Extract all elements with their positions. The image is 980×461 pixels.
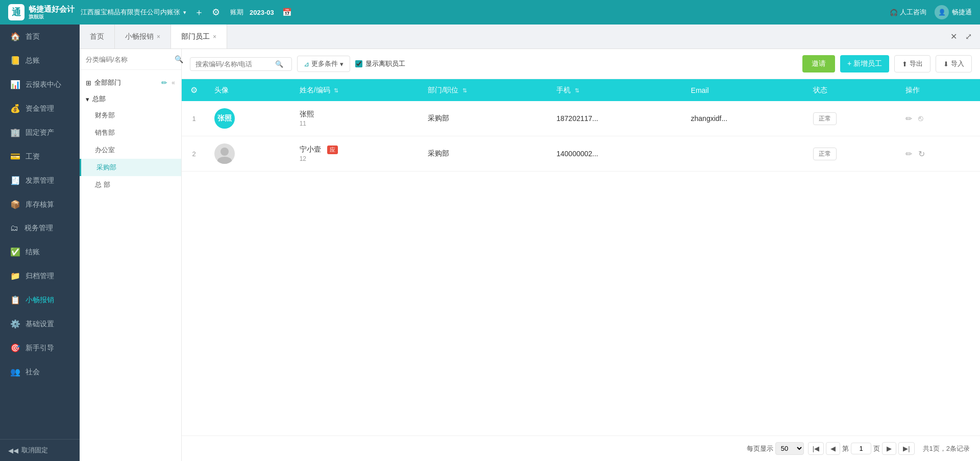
sidebar-scroll: 🏠 首页 📒 总账 📊 云报表中心 💰 资金管理 🏢 固定资产 💳 工资 [0, 25, 80, 439]
dept-tree-header[interactable]: ⊞ 全部部门 ✏ « [80, 74, 181, 91]
status-cell-2: 正常 [805, 136, 897, 172]
close-period-icon: ✅ [10, 247, 20, 257]
export-icon: ⬆ [902, 60, 908, 68]
name-code-cell-1: 张熙 11 [291, 101, 420, 136]
svg-point-0 [220, 148, 229, 156]
period-label: 账期 [230, 8, 243, 17]
filter-label: 更多条件 [311, 59, 338, 68]
more-filters-button[interactable]: ⊿ 更多条件 ▾ [297, 56, 350, 72]
tab-home-label: 首页 [90, 32, 104, 41]
edit-icon-2[interactable]: ✏ [905, 149, 912, 159]
employee-search-input[interactable] [195, 60, 272, 68]
settings-icon[interactable]: ⚙ [212, 7, 220, 18]
sidebar-item-basic-settings[interactable]: ⚙️ 基础设置 [0, 312, 80, 336]
sidebar-label-close: 结账 [26, 248, 40, 257]
tab-employees-label: 部门员工 [181, 32, 210, 41]
show-resigned-checkbox[interactable] [355, 60, 362, 67]
sidebar-item-invoice[interactable]: 🧾 发票管理 [0, 168, 80, 192]
status-badge-2: 正常 [813, 148, 837, 160]
tab-employees-close-icon[interactable]: × [213, 33, 216, 40]
dept-item-purchasing[interactable]: 采购部 [80, 159, 181, 176]
tab-expense-close-icon[interactable]: × [157, 33, 160, 40]
sidebar-item-tax[interactable]: 🗂 税务管理 [0, 216, 80, 240]
edit-icon-1[interactable]: ✏ [905, 114, 912, 124]
avatar-cell-2 [206, 136, 291, 172]
dept-item-finance[interactable]: 财务部 [80, 107, 181, 124]
dept-collapse-icon[interactable]: « [172, 79, 175, 86]
dept-group-headquarters[interactable]: ▾ 总部 [80, 91, 181, 107]
export-button[interactable]: ⬆ 导出 [894, 55, 930, 72]
page-di-label: 第 [842, 444, 849, 453]
sidebar-item-home[interactable]: 🏠 首页 [0, 25, 80, 48]
tab-bar: 首页 小畅报销 × 部门员工 × ✕ ⤢ [80, 25, 980, 49]
dept-item-office[interactable]: 办公室 [80, 141, 181, 159]
sidebar-item-guide[interactable]: 🎯 新手引导 [0, 336, 80, 360]
sidebar-item-reports[interactable]: 📊 云报表中心 [0, 72, 80, 96]
filter-icon: ⊿ [304, 60, 309, 68]
sidebar: 🏠 首页 📒 总账 📊 云报表中心 💰 资金管理 🏢 固定资产 💳 工资 [0, 25, 80, 461]
sidebar-label-guide: 新手引导 [26, 344, 54, 353]
right-panel: 🔍 ⊿ 更多条件 ▾ 显示离职员工 邀请 [182, 49, 980, 461]
employee-table: ⚙ 头像 姓名/编码 ⇅ 部门/职位 ⇅ 手机 ⇅ Email 状态 操作 [182, 79, 980, 172]
add-icon[interactable]: ＋ [192, 6, 206, 18]
tab-employees[interactable]: 部门员工 × [171, 25, 227, 48]
col-phone[interactable]: 手机 ⇅ [548, 79, 682, 101]
sidebar-label-home: 首页 [26, 32, 40, 41]
tab-home[interactable]: 首页 [80, 25, 115, 48]
sidebar-item-ledger[interactable]: 📒 总账 [0, 48, 80, 72]
col-dept-position[interactable]: 部门/职位 ⇅ [420, 79, 548, 101]
dept-search-input[interactable] [86, 56, 172, 63]
per-page-select[interactable]: 50 10 20 100 [775, 442, 804, 455]
employee-search-box: 🔍 [190, 57, 292, 71]
actions-cell-1: ✏ ⎋ [897, 101, 980, 136]
tab-expand-icon[interactable]: ⤢ [963, 30, 974, 43]
dept-item-sales[interactable]: 销售部 [80, 124, 181, 141]
phone-cell-1: 187202117... [548, 101, 682, 136]
tab-close-all-icon[interactable]: ✕ [948, 30, 959, 43]
sidebar-item-funds[interactable]: 💰 资金管理 [0, 96, 80, 120]
dept-edit-icon[interactable]: ✏ [161, 79, 167, 87]
logout-icon-1[interactable]: ⎋ [918, 114, 923, 123]
sidebar-label-inventory: 库存核算 [26, 200, 54, 209]
invite-label: 邀请 [812, 59, 826, 67]
sidebar-item-payroll[interactable]: 💳 工资 [0, 144, 80, 168]
period-value: 2023-03 [250, 9, 274, 16]
page-content: 🔍 ⊞ 全部部门 ✏ « ▾ 总 [80, 49, 980, 461]
refresh-icon-2[interactable]: ↻ [918, 149, 925, 159]
avatar-1: 张照 [214, 108, 235, 129]
employee-search-icon[interactable]: 🔍 [275, 60, 283, 68]
page-last-button[interactable]: ▶| [898, 442, 914, 455]
employee-name-2: 宁小壹 [300, 145, 321, 154]
status-badge-1: 正常 [813, 112, 837, 125]
page-prev-button[interactable]: ◀ [826, 442, 840, 455]
cancel-fixed-button[interactable]: ◀◀ 取消固定 [8, 446, 71, 455]
add-employee-button[interactable]: + 新增员工 [840, 55, 889, 72]
tab-expense[interactable]: 小畅报销 × [115, 25, 171, 48]
tab-expense-label: 小畅报销 [125, 32, 154, 41]
sidebar-item-expense[interactable]: 📋 小畅报销 [0, 288, 80, 312]
page-total: 共1页，2条记录 [923, 444, 970, 453]
service-button[interactable]: 🎧 人工咨询 [890, 8, 926, 17]
sidebar-item-inventory[interactable]: 📦 库存核算 [0, 192, 80, 216]
sidebar-item-assets[interactable]: 🏢 固定资产 [0, 120, 80, 144]
col-settings-icon[interactable]: ⚙ [190, 86, 198, 94]
import-button[interactable]: ⬇ 导入 [936, 55, 972, 72]
employee-tag-2: 应 [327, 145, 338, 154]
sidebar-item-close[interactable]: ✅ 结账 [0, 240, 80, 264]
main-layout: 🏠 首页 📒 总账 📊 云报表中心 💰 资金管理 🏢 固定资产 💳 工资 [0, 25, 980, 461]
dept-panel: 🔍 ⊞ 全部部门 ✏ « ▾ 总 [80, 49, 182, 461]
page-next-button[interactable]: ▶ [882, 442, 896, 455]
sidebar-item-archive[interactable]: 📁 归档管理 [0, 264, 80, 288]
dept-all-label: 全部部门 [94, 78, 121, 87]
dept-item-general[interactable]: 总 部 [80, 176, 181, 193]
svg-point-1 [217, 157, 232, 164]
user-menu[interactable]: 👤 畅捷通 [935, 5, 972, 19]
page-nav: |◀ ◀ 第 页 ▶ ▶| [808, 442, 915, 455]
page-first-button[interactable]: |◀ [808, 442, 824, 455]
sidebar-item-social[interactable]: 👥 社会 [0, 360, 80, 384]
calendar-icon[interactable]: 📅 [282, 8, 292, 17]
company-selector[interactable]: 江西服宝精品有限责任公司内账张 ▾ [81, 8, 186, 17]
invite-button[interactable]: 邀请 [802, 55, 835, 72]
page-input[interactable] [851, 443, 871, 454]
col-name-code[interactable]: 姓名/编码 ⇅ [291, 79, 420, 101]
